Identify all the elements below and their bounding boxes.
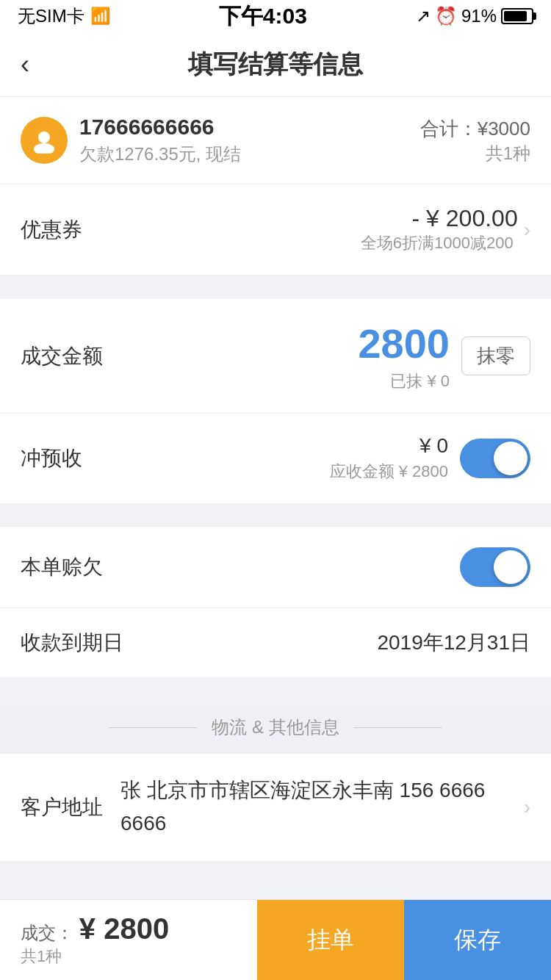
deal-amount-value: 2800 [358, 320, 450, 367]
svg-point-1 [34, 143, 54, 154]
alarm-icon: ⏰ [435, 6, 457, 26]
status-left: 无SIM卡 📶 [18, 4, 110, 28]
pending-button[interactable]: 挂单 [257, 900, 404, 981]
voucher-discount: - ¥ 200.00 [361, 205, 518, 232]
status-bar: 无SIM卡 📶 下午4:03 ↗ ⏰ 91% [0, 0, 551, 32]
credit-section: 本单赊欠 收款到期日 2019年12月31日 [0, 527, 551, 677]
customer-sub: 欠款1276.35元, 现结 [79, 143, 241, 166]
prepayment-label: 冲预收 [21, 444, 82, 472]
section-divider-3 [0, 689, 551, 701]
voucher-description: 全场6折满1000减200 [361, 232, 514, 254]
voucher-right: - ¥ 200.00 全场6折满1000减200 › [361, 205, 530, 254]
section-divider-2 [0, 515, 551, 527]
customer-row: 17666666666 欠款1276.35元, 现结 合计：¥3000 共1种 [0, 97, 551, 184]
toggle-knob [494, 442, 527, 475]
customer-info: 17666666666 欠款1276.35元, 现结 [79, 115, 241, 166]
avatar [21, 117, 68, 164]
divider-line-right [354, 727, 442, 728]
deal-amount-label: 成交金额 [21, 342, 103, 370]
prepayment-value: ¥ 0 [419, 434, 448, 458]
section-divider-1 [0, 287, 551, 299]
carrier-label: 无SIM卡 [18, 4, 84, 28]
bottom-deal-label: 成交： [21, 923, 73, 943]
back-button[interactable]: ‹ [21, 49, 29, 80]
deal-amount-sub: 已抹 ¥ 0 [390, 370, 450, 392]
battery-percent: 91% [461, 6, 497, 26]
page-title: 填写结算等信息 [188, 48, 363, 82]
customer-phone: 17666666666 [79, 115, 241, 140]
svg-point-0 [38, 131, 50, 143]
address-chevron-icon: › [524, 796, 530, 819]
customer-right: 合计：¥3000 共1种 [420, 116, 530, 165]
credit-order-label: 本单赊欠 [21, 553, 103, 581]
status-right: ↗ ⏰ 91% [416, 6, 533, 26]
prepayment-right: ¥ 0 应收金额 ¥ 2800 [330, 434, 530, 483]
credit-order-toggle[interactable] [460, 547, 530, 587]
payment-due-row: 收款到期日 2019年12月31日 [0, 608, 551, 677]
address-label: 客户地址 [21, 793, 103, 821]
logistics-label: 物流 & 其他信息 [212, 716, 339, 739]
voucher-row[interactable]: 优惠券 - ¥ 200.00 全场6折满1000减200 › [0, 184, 551, 275]
voucher-label: 优惠券 [21, 216, 82, 244]
battery-icon [501, 8, 533, 24]
total-count: 共1种 [420, 142, 530, 165]
divider-line-left [109, 727, 197, 728]
credit-order-row: 本单赊欠 [0, 527, 551, 608]
deal-amount-row: 成交金额 2800 已抹 ¥ 0 抹零 [0, 299, 551, 414]
address-row[interactable]: 客户地址 张 北京市市辖区海淀区永丰南 156 6666 6666 › [0, 754, 551, 862]
total-label: 合计：¥3000 [420, 116, 530, 142]
nav-bar: ‹ 填写结算等信息 [0, 32, 551, 97]
bottom-bar: 成交： ¥ 2800 共1种 挂单 保存 [0, 899, 551, 980]
wifi-icon: 📶 [90, 7, 110, 26]
chevron-right-icon: › [524, 218, 530, 242]
round-zero-button[interactable]: 抹零 [461, 336, 530, 375]
save-button[interactable]: 保存 [404, 900, 551, 981]
payment-due-value: 2019年12月31日 [377, 629, 530, 657]
bottom-deal-amount: ¥ 2800 [79, 912, 169, 945]
prepayment-row: 冲预收 ¥ 0 应收金额 ¥ 2800 [0, 414, 551, 503]
payment-due-label: 收款到期日 [21, 629, 123, 657]
prepayment-sub: 应收金额 ¥ 2800 [330, 461, 448, 483]
bottom-count: 共1种 [21, 945, 237, 968]
deal-section: 成交金额 2800 已抹 ¥ 0 抹零 冲预收 ¥ 0 应收金额 ¥ 2800 [0, 299, 551, 503]
customer-left: 17666666666 欠款1276.35元, 现结 [21, 115, 241, 166]
address-value: 张 北京市市辖区海淀区永丰南 156 6666 6666 [120, 774, 524, 840]
customer-section: 17666666666 欠款1276.35元, 现结 合计：¥3000 共1种 … [0, 97, 551, 275]
location-icon: ↗ [416, 6, 431, 26]
credit-toggle-knob [494, 550, 527, 584]
status-time: 下午4:03 [219, 1, 307, 32]
logistics-section-label: 物流 & 其他信息 [0, 701, 551, 754]
prepayment-toggle[interactable] [460, 439, 530, 478]
bottom-summary: 成交： ¥ 2800 共1种 [0, 912, 257, 968]
deal-amount-right: 2800 已抹 ¥ 0 抹零 [358, 320, 530, 392]
